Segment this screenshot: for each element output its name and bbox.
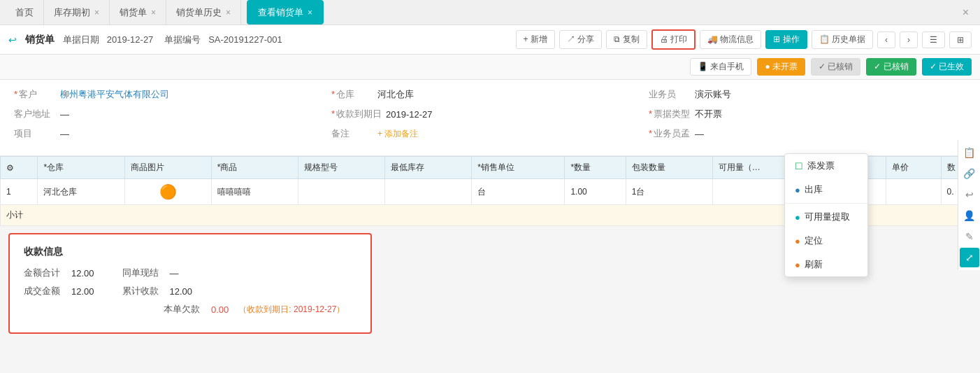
payment-row-1: 金额合计 12.00 同单现结 —: [24, 267, 356, 279]
row-spec: [298, 179, 385, 205]
form-row-1: 客户 柳州粤港平安气体有限公司 仓库 河北仓库 业务员 演示账号: [14, 88, 966, 101]
right-icon-link[interactable]: 🔗: [960, 164, 979, 183]
history-button[interactable]: 📋 历史单据: [812, 30, 873, 49]
available-qty-icon: ●: [795, 212, 800, 223]
effective-button[interactable]: ✓ 已生效: [922, 58, 972, 76]
payment-section: 收款信息 金额合计 12.00 同单现结 — 成交金额 12.00 累计收款 1…: [8, 233, 372, 334]
toolbar-actions: + 新增 ↗ 分享 ⧉ 复制 🖨 打印 🚚 物流信息 ⊞ 操作 📋 历史单据 ‹…: [516, 29, 972, 50]
row-min-stock: [385, 179, 472, 205]
share-button[interactable]: ↗ 分享: [559, 30, 602, 49]
address-field: 客户地址 —: [14, 108, 331, 120]
col-price: 单价: [886, 157, 941, 179]
tab-close-view-sales[interactable]: ×: [308, 8, 312, 17]
refresh-icon: ●: [795, 260, 800, 270]
col-min-stock: 最低库存: [385, 157, 472, 179]
staff2-label: 业务员孟: [649, 127, 691, 140]
arrears-value: 0.00: [211, 304, 229, 315]
out-warehouse-label: 出库: [805, 183, 823, 196]
cumulative-receipt-item: 累计收款 12.00: [122, 285, 193, 297]
add-button[interactable]: + 新增: [516, 30, 555, 49]
staff2-value: —: [695, 129, 704, 139]
add-invoice-icon: ☐: [795, 161, 803, 171]
dropdown-locate[interactable]: ● 定位: [785, 229, 867, 253]
col-gear: ⚙: [1, 157, 38, 179]
deal-amount-value: 12.00: [71, 286, 94, 297]
nav-prev-button[interactable]: ‹: [877, 31, 895, 48]
dropdown-add-invoice[interactable]: ☐ 添发票: [785, 154, 867, 178]
tab-inventory-init[interactable]: 库存期初 ×: [44, 0, 110, 24]
doc-title-section: ↩ 销货单 单据日期 2019-12-27 单据编号 SA-20191227-0…: [8, 34, 510, 46]
right-icon-user[interactable]: 👤: [960, 206, 979, 225]
operate-dropdown: ☐ 添发票 ● 出库 ● 可用量提取 ● 定位 ● 刷新: [784, 153, 868, 277]
ticket-value: 不开票: [695, 108, 722, 120]
logistics-button[interactable]: 🚚 物流信息: [700, 30, 761, 49]
deal-amount-item: 成交金额 12.00: [24, 285, 94, 297]
tab-sales-history[interactable]: 销货单历史 ×: [166, 0, 241, 24]
col-pack-qty: 包装数量: [626, 157, 712, 179]
right-icon-edit[interactable]: ✎: [960, 227, 979, 246]
same-order-settle-value: —: [170, 268, 179, 279]
from-phone-button[interactable]: 📱 来自手机: [690, 58, 751, 76]
tab-home[interactable]: 首页: [6, 0, 44, 24]
note-field: 备注 + 添加备注: [331, 127, 649, 140]
number-label: 单据编号 SA-20191227-001: [164, 34, 282, 46]
total-amount-item: 金额合计 12.00: [24, 267, 94, 279]
same-order-settle-item: 同单现结 —: [122, 267, 179, 279]
dropdown-refresh[interactable]: ● 刷新: [785, 253, 867, 276]
canceled-button[interactable]: ✓ 已核销: [866, 58, 916, 76]
row-warehouse: 河北仓库: [38, 179, 124, 205]
project-label: 项目: [14, 127, 56, 140]
arrears-label: 本单欠款: [164, 303, 206, 316]
tab-sales-order[interactable]: 销货单 ×: [110, 0, 166, 24]
row-unit: 台: [472, 179, 565, 205]
out-warehouse-icon: ●: [795, 185, 800, 195]
payment-row-3: 本单欠款 0.00 （收款到期日: 2019-12-27）: [24, 303, 356, 316]
col-warehouse: *仓库: [38, 157, 124, 179]
dropdown-out-warehouse[interactable]: ● 出库: [785, 178, 867, 202]
right-icon-expand[interactable]: ⤢: [960, 248, 979, 267]
staff2-field: 业务员孟 —: [649, 127, 966, 140]
dropdown-available-qty[interactable]: ● 可用量提取: [785, 205, 867, 229]
row-price: [886, 179, 941, 205]
arrears-item: 本单欠款 0.00 （收款到期日: 2019-12-27）: [164, 303, 345, 316]
right-icon-doc[interactable]: 📋: [960, 143, 979, 162]
dropdown-divider-1: [785, 203, 867, 204]
total-amount-value: 12.00: [71, 268, 94, 279]
window-close-button[interactable]: ×: [957, 6, 974, 19]
payment-title: 收款信息: [24, 246, 356, 258]
refresh-label: 刷新: [805, 258, 823, 271]
due-date-field: 收款到期日 2019-12-27: [331, 108, 649, 120]
print-button[interactable]: 🖨 打印: [651, 29, 696, 50]
right-panel: 📋 🔗 ↩ 👤 ✎ ⤢: [958, 140, 980, 270]
view-grid-button[interactable]: ⊞: [949, 31, 972, 48]
view-list-button[interactable]: ☰: [922, 31, 945, 48]
operate-button[interactable]: ⊞ 操作: [765, 30, 807, 49]
copy-button[interactable]: ⧉ 复制: [606, 30, 647, 49]
locate-label: 定位: [805, 234, 823, 247]
nav-next-button[interactable]: ›: [900, 31, 918, 48]
add-note-button[interactable]: + 添加备注: [377, 128, 418, 140]
warehouse-value: 河北仓库: [377, 88, 414, 101]
payment-row-2: 成交金额 12.00 累计收款 12.00: [24, 285, 356, 297]
doc-meta: 单据日期 2019-12-27 单据编号 SA-20191227-001: [63, 34, 282, 46]
col-qty: *数量: [565, 157, 626, 179]
row-index: 1: [1, 179, 38, 205]
staff-value: 演示账号: [695, 88, 731, 101]
main-content: ☐ 添发票 ● 出库 ● 可用量提取 ● 定位 ● 刷新 客户 柳州粤港平安气体…: [0, 80, 980, 334]
right-icon-return[interactable]: ↩: [960, 185, 979, 204]
add-invoice-label: 添发票: [807, 160, 835, 172]
address-label: 客户地址: [14, 108, 56, 120]
tab-view-sales-order[interactable]: 查看销货单 ×: [247, 0, 324, 24]
available-qty-label: 可用量提取: [805, 211, 850, 223]
checked-button[interactable]: ✓ 已核销: [811, 58, 860, 76]
tab-close-sales-history[interactable]: ×: [226, 8, 231, 17]
not-invoiced-button[interactable]: ● 未开票: [757, 58, 805, 76]
row-qty: 1.00: [565, 179, 626, 205]
sub-toolbar: 📱 来自手机 ● 未开票 ✓ 已核销 ✓ 已核销 ✓ 已生效: [0, 55, 980, 80]
tab-close-sales-order[interactable]: ×: [151, 8, 156, 17]
tab-bar: 首页 库存期初 × 销货单 × 销货单历史 × 查看销货单 × ×: [0, 0, 980, 25]
ticket-field: 票据类型 不开票: [649, 108, 966, 120]
date-label: 单据日期 2019-12-27: [63, 34, 153, 46]
tab-close-inventory-init[interactable]: ×: [94, 8, 99, 17]
col-product: *商品: [211, 157, 298, 179]
